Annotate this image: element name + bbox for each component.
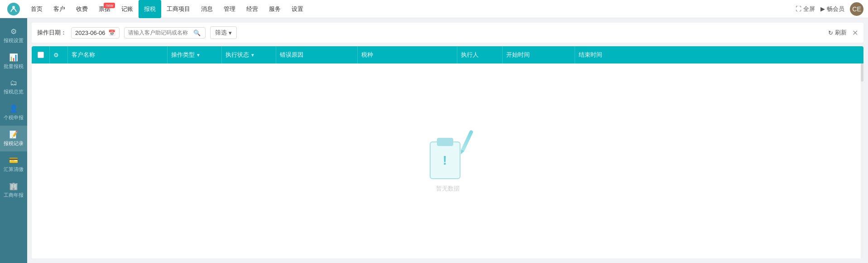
nav-items: 首页客户收费票据new记账报税工商项目消息管理经营服务设置 [25, 0, 796, 18]
nav-item-operations[interactable]: 经营 [241, 0, 264, 18]
user-avatar-text: CE [852, 5, 861, 13]
content-panel: 操作日期： 2023-06-06 📅 🔍 筛选 ▾ ↻ 刷新 [27, 18, 868, 263]
refresh-label: 刷新 [835, 29, 847, 37]
date-value: 2023-06-06 [75, 29, 106, 36]
user-avatar[interactable]: CE [850, 2, 863, 16]
nav-item-tax[interactable]: 报税 [139, 0, 161, 18]
app-logo [7, 3, 20, 15]
member-label: 畅会员 [827, 5, 844, 13]
empty-state: ! 暂无数据 [407, 111, 489, 211]
fullscreen-button[interactable]: ⛶ 全屏 [796, 5, 815, 13]
overview-icon: 🗂 [10, 79, 17, 87]
th-op-type[interactable]: 操作类型 ▼ [168, 46, 222, 63]
date-picker[interactable]: 2023-06-06 📅 [71, 27, 120, 39]
sidebar-item-geshuishen[interactable]: 👤 个税申报 [0, 100, 27, 126]
nav-item-billing[interactable]: 收费 [71, 0, 93, 18]
th-tax-type: 税种 [358, 46, 457, 63]
settings-col-icon: ⚙ [53, 52, 59, 58]
svg-point-1 [12, 6, 15, 9]
th-end-time: 结束时间 [575, 46, 629, 63]
date-label: 操作日期： [37, 29, 67, 37]
sidebar-label: 报税记录 [4, 140, 24, 147]
sidebar-item-baoshui-zonlan[interactable]: 🗂 报税总览 [0, 74, 27, 100]
search-box[interactable]: 🔍 [124, 27, 206, 39]
table-header: ⚙ 客户名称 操作类型 ▼ 执行状态 ▼ 错误原因 [32, 46, 863, 63]
empty-illustration: ! [425, 129, 470, 179]
th-executor: 执行人 [457, 46, 503, 63]
refresh-button[interactable]: ↻ 刷新 [828, 29, 847, 37]
empty-text: 暂无数据 [436, 185, 460, 193]
nav-item-accounts[interactable]: 记账 [116, 0, 139, 18]
sidebar-item-baoshui-shezhi[interactable]: ⚙ 报税设置 [0, 23, 27, 49]
annual-report-icon: 🏢 [9, 182, 18, 190]
sidebar-label: 批量报税 [4, 63, 24, 70]
scrollbar-thumb[interactable] [861, 63, 863, 82]
sidebar-item-gongshangnian[interactable]: 🏢 工商年报 [0, 177, 27, 203]
record-icon: 📝 [9, 130, 18, 139]
nav-item-industry[interactable]: 工商项目 [161, 0, 196, 18]
top-navigation: 首页客户收费票据new记账报税工商项目消息管理经营服务设置 ⛶ 全屏 ▶ 畅会员… [0, 0, 868, 18]
sort-icon: ▼ [196, 53, 201, 58]
nav-badge-invoice: new [104, 3, 115, 8]
fullscreen-label: 全屏 [803, 5, 815, 13]
sidebar-item-baoshui-jilu[interactable]: 📝 报税记录 [0, 126, 27, 151]
th-exec-status[interactable]: 执行状态 ▼ [222, 46, 276, 63]
th-error-reason: 错误原因 [276, 46, 358, 63]
sidebar-label: 报税总览 [4, 88, 24, 95]
nav-item-home[interactable]: 首页 [25, 0, 48, 18]
th-checkbox[interactable] [32, 46, 50, 63]
scrollbar-track[interactable] [861, 63, 863, 258]
sidebar-label: 个税申报 [4, 114, 24, 121]
settings-icon: ⚙ [10, 27, 17, 36]
refresh-icon: ↻ [828, 29, 833, 36]
search-input[interactable] [128, 29, 192, 36]
nav-item-manage[interactable]: 管理 [218, 0, 241, 18]
sub-sidebar: ⚙ 报税设置 📊 批量报税 🗂 报税总览 👤 个税申报 📝 报税记录 💳 [0, 18, 27, 263]
toolbar: 操作日期： 2023-06-06 📅 🔍 筛选 ▾ ↻ 刷新 [32, 23, 863, 43]
filter-label: 筛选 [215, 29, 227, 37]
table-body: ! 暂无数据 [32, 63, 863, 258]
batch-tax-icon: 📊 [9, 53, 18, 62]
th-client-name: 客户名称 [68, 46, 168, 63]
chevron-down-icon: ▾ [229, 29, 232, 36]
calendar-icon: 📅 [108, 29, 115, 36]
sidebar-item-huisuan[interactable]: 💳 汇算清缴 [0, 151, 27, 177]
sidebar-label: 工商年报 [4, 192, 24, 199]
nav-item-messages[interactable]: 消息 [196, 0, 218, 18]
settlement-icon: 💳 [9, 156, 18, 165]
nav-item-settings[interactable]: 设置 [286, 0, 309, 18]
th-start-time: 开始时间 [503, 46, 575, 63]
th-settings: ⚙ [50, 46, 68, 63]
toolbar-right: ↻ 刷新 ✕ [828, 29, 858, 37]
sort-icon: ▼ [250, 53, 255, 58]
search-icon: 🔍 [193, 29, 201, 36]
topnav-right: ⛶ 全屏 ▶ 畅会员 CE [796, 2, 863, 16]
nav-item-invoice[interactable]: 票据new [93, 0, 116, 18]
sidebar-item-piliang-baoshui[interactable]: 📊 批量报税 [0, 49, 27, 74]
member-icon: ▶ [820, 5, 825, 12]
select-all-checkbox[interactable] [38, 52, 44, 58]
filter-button[interactable]: 筛选 ▾ [210, 26, 237, 39]
personal-tax-icon: 👤 [9, 104, 18, 113]
nav-item-clients[interactable]: 客户 [48, 0, 71, 18]
sidebar-label: 报税设置 [4, 37, 24, 44]
close-button[interactable]: ✕ [852, 29, 858, 37]
sidebar-label: 汇算清缴 [4, 166, 24, 173]
member-button[interactable]: ▶ 畅会员 [820, 5, 844, 13]
fullscreen-icon: ⛶ [796, 5, 801, 12]
data-table: ⚙ 客户名称 操作类型 ▼ 执行状态 ▼ 错误原因 [32, 46, 863, 258]
nav-item-services[interactable]: 服务 [264, 0, 286, 18]
